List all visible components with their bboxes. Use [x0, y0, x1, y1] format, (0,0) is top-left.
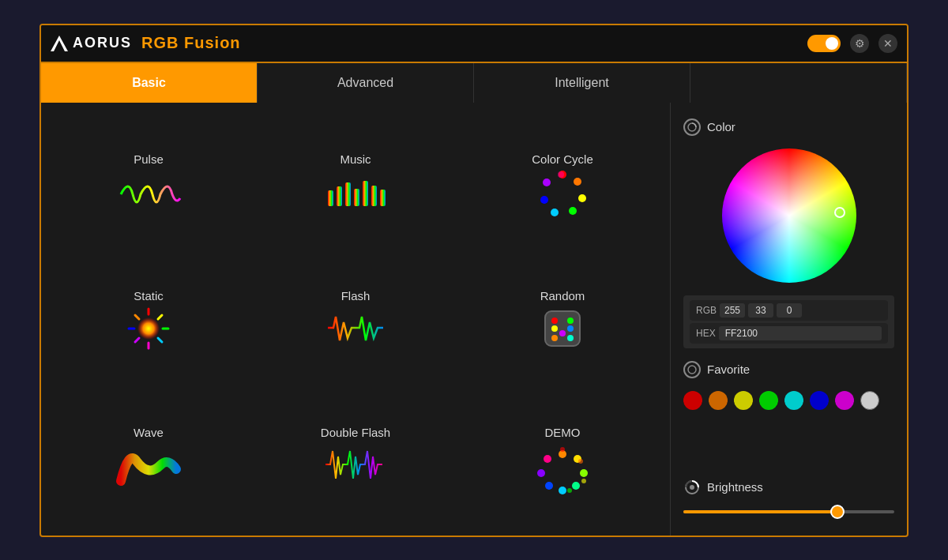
svg-point-36 — [572, 482, 580, 490]
color-wheel-cursor — [834, 207, 845, 218]
tab-advanced[interactable]: Advanced — [258, 63, 474, 103]
effect-flash-label: Flash — [341, 289, 371, 303]
svg-point-16 — [137, 318, 160, 340]
rgb-b-value[interactable]: 0 — [777, 303, 802, 318]
brightness-label: Brightness — [707, 480, 763, 494]
svg-point-15 — [558, 171, 564, 178]
effect-pulse-label: Pulse — [134, 152, 164, 166]
tab-extra[interactable] — [690, 63, 907, 103]
svg-line-23 — [158, 315, 162, 319]
effect-wave-icon — [117, 445, 180, 485]
slider-fill — [683, 510, 841, 513]
effect-music-label: Music — [340, 152, 371, 166]
brightness-section: Brightness — [683, 479, 894, 520]
effect-wave[interactable]: Wave — [49, 391, 248, 520]
effect-demo-label: DEMO — [545, 426, 581, 439]
effect-static-icon — [117, 309, 180, 348]
svg-point-27 — [567, 318, 574, 324]
svg-point-44 — [581, 479, 586, 483]
effect-random[interactable]: Random — [463, 254, 662, 383]
brightness-icon — [683, 479, 701, 496]
logo-text: AORUS — [73, 35, 132, 51]
title-bar-controls: ⚙ ✕ — [807, 34, 897, 53]
aorus-logo: AORUS — [51, 35, 132, 51]
effect-static[interactable]: Static — [49, 254, 248, 383]
rgb-r-value[interactable]: 255 — [720, 303, 745, 318]
effect-music[interactable]: Music — [256, 118, 455, 247]
slider-thumb[interactable] — [830, 505, 845, 519]
svg-point-31 — [559, 330, 566, 336]
svg-point-39 — [537, 469, 545, 477]
effect-color-cycle[interactable]: Color Cycle — [463, 118, 662, 247]
fav-color-3[interactable] — [759, 391, 778, 410]
svg-point-43 — [578, 459, 583, 464]
fav-color-5[interactable] — [810, 391, 829, 410]
svg-point-49 — [690, 485, 694, 490]
svg-rect-4 — [354, 189, 359, 206]
svg-point-30 — [551, 335, 558, 341]
title-bar: AORUS RGB Fusion ⚙ ✕ — [41, 25, 907, 63]
effect-wave-label: Wave — [134, 426, 164, 439]
favorite-icon — [683, 361, 701, 378]
tab-intelligent[interactable]: Intelligent — [474, 63, 690, 103]
fav-color-0[interactable] — [683, 391, 702, 410]
svg-point-14 — [543, 179, 551, 186]
effect-flash-icon — [324, 309, 387, 348]
app-window: AORUS RGB Fusion ⚙ ✕ Basic Advanced Inte… — [40, 24, 908, 537]
slider-track — [683, 510, 894, 513]
color-wheel[interactable] — [722, 148, 856, 283]
svg-point-12 — [551, 209, 559, 216]
svg-rect-7 — [380, 190, 386, 206]
color-inputs: RGB 255 33 0 HEX FF2100 — [683, 295, 894, 348]
svg-rect-3 — [345, 182, 351, 206]
tab-bar: Basic Advanced Intelligent — [41, 63, 907, 103]
effect-music-icon — [324, 172, 387, 212]
hex-row: HEX FF2100 — [690, 323, 888, 344]
right-panel: Color RGB 255 33 0 HEX FF2100 — [670, 103, 907, 536]
tab-basic[interactable]: Basic — [41, 63, 258, 103]
svg-point-45 — [567, 488, 572, 493]
main-content: Pulse Musi — [41, 103, 907, 536]
color-label: Color — [707, 120, 735, 133]
effect-random-icon — [531, 309, 594, 348]
effect-flash[interactable]: Flash — [256, 254, 455, 383]
effect-demo[interactable]: DEMO — [463, 391, 662, 520]
brightness-header: Brightness — [683, 479, 894, 496]
effect-double-flash-label: Double Flash — [321, 426, 390, 439]
favorite-colors — [683, 391, 894, 410]
svg-point-28 — [551, 325, 558, 332]
svg-point-11 — [569, 207, 577, 215]
rgb-g-value[interactable]: 33 — [748, 303, 773, 318]
rgb-label: RGB — [696, 305, 717, 316]
svg-point-29 — [567, 325, 574, 332]
svg-rect-25 — [545, 311, 580, 346]
effect-static-label: Static — [134, 289, 164, 303]
svg-point-37 — [559, 487, 566, 494]
power-toggle[interactable] — [807, 35, 841, 52]
fav-color-6[interactable] — [835, 391, 854, 410]
fav-color-4[interactable] — [784, 391, 803, 410]
effect-double-flash[interactable]: Double Flash — [256, 391, 455, 520]
color-wheel-container — [683, 148, 894, 283]
svg-marker-0 — [51, 36, 68, 51]
hex-label: HEX — [696, 328, 716, 339]
effect-pulse-icon — [117, 172, 180, 212]
effect-pulse[interactable]: Pulse — [49, 118, 248, 247]
logo-area: AORUS RGB Fusion — [51, 34, 241, 52]
svg-point-42 — [560, 447, 565, 452]
svg-point-38 — [545, 482, 553, 490]
svg-rect-2 — [337, 186, 342, 206]
effect-color-cycle-icon — [531, 172, 594, 212]
brightness-slider[interactable] — [683, 504, 894, 520]
hex-value[interactable]: FF2100 — [719, 326, 882, 340]
close-button[interactable]: ✕ — [878, 34, 897, 53]
effect-random-label: Random — [540, 289, 585, 303]
fav-color-1[interactable] — [709, 391, 728, 410]
fav-color-7[interactable] — [860, 391, 879, 410]
svg-line-21 — [135, 315, 139, 319]
color-section-header: Color — [683, 118, 894, 136]
fav-color-2[interactable] — [734, 391, 753, 410]
svg-line-22 — [158, 338, 162, 342]
settings-button[interactable]: ⚙ — [850, 34, 869, 53]
svg-point-13 — [540, 196, 548, 204]
